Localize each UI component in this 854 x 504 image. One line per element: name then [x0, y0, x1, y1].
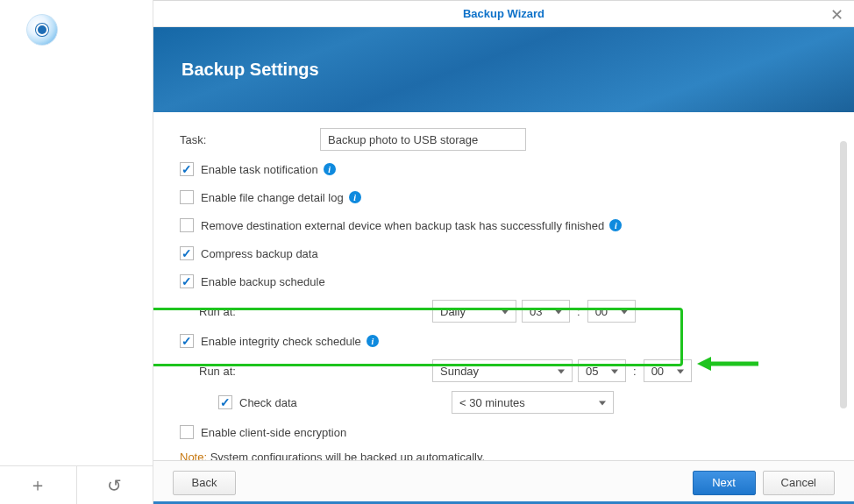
enable-notification-checkbox[interactable] — [180, 162, 194, 176]
remove-device-checkbox[interactable] — [180, 218, 194, 232]
schedule-frequency-select[interactable]: Daily — [432, 300, 516, 323]
client-encryption-checkbox[interactable] — [180, 425, 194, 439]
history-button[interactable]: ↺ — [77, 466, 153, 504]
info-icon[interactable]: i — [609, 219, 622, 231]
info-icon[interactable]: i — [367, 335, 379, 347]
task-name-input[interactable] — [320, 128, 526, 151]
enable-integrity-label: Enable integrity check schedule — [201, 335, 361, 348]
enable-schedule-label: Enable backup schedule — [201, 275, 325, 288]
history-icon: ↺ — [107, 475, 122, 496]
enable-notification-label: Enable task notification — [201, 163, 318, 176]
dialog-banner: Backup Settings — [153, 27, 854, 112]
check-data-checkbox[interactable] — [218, 395, 232, 409]
compress-checkbox[interactable] — [180, 246, 194, 260]
integrity-hour-select[interactable]: 05 — [578, 359, 626, 382]
note-text: System configurations will be backed up … — [207, 451, 485, 460]
plus-icon: ＋ — [29, 473, 46, 497]
client-encryption-label: Enable client-side encryption — [201, 426, 346, 439]
compress-label: Compress backup data — [201, 247, 318, 260]
enable-integrity-checkbox[interactable] — [180, 334, 194, 348]
schedule-runat-label: Run at: — [199, 305, 432, 318]
schedule-minute-select[interactable]: 00 — [587, 300, 636, 323]
add-button[interactable]: ＋ — [0, 466, 77, 504]
time-colon: : — [577, 305, 580, 318]
backup-wizard-dialog: Backup Wizard ✕ Backup Settings Task: En… — [153, 0, 854, 504]
enable-filechange-label: Enable file change detail log — [201, 191, 344, 204]
integrity-runat-label: Run at: — [199, 365, 432, 378]
enable-schedule-checkbox[interactable] — [180, 274, 194, 288]
close-icon[interactable]: ✕ — [830, 5, 843, 25]
note-prefix: Note: — [180, 451, 207, 460]
schedule-hour-select[interactable]: 03 — [522, 300, 570, 323]
next-button[interactable]: Next — [693, 471, 756, 495]
content-scrollbar[interactable] — [840, 141, 847, 408]
cancel-button[interactable]: Cancel — [763, 471, 835, 495]
time-colon: : — [633, 365, 637, 378]
info-icon[interactable]: i — [349, 191, 361, 203]
enable-filechange-checkbox[interactable] — [180, 190, 194, 204]
app-sidebar: ＋ ↺ — [0, 0, 153, 504]
check-data-time-select[interactable]: < 30 minutes — [452, 391, 614, 414]
info-icon[interactable]: i — [324, 163, 336, 175]
app-logo-icon — [26, 14, 58, 46]
integrity-day-select[interactable]: Sunday — [432, 359, 573, 382]
task-label: Task: — [180, 133, 320, 146]
remove-device-label: Remove destination external device when … — [201, 219, 604, 232]
integrity-minute-select[interactable]: 00 — [644, 359, 692, 382]
check-data-label: Check data — [239, 396, 452, 409]
banner-heading: Backup Settings — [181, 60, 319, 80]
dialog-title: Backup Wizard — [463, 7, 544, 20]
back-button[interactable]: Back — [173, 471, 236, 495]
